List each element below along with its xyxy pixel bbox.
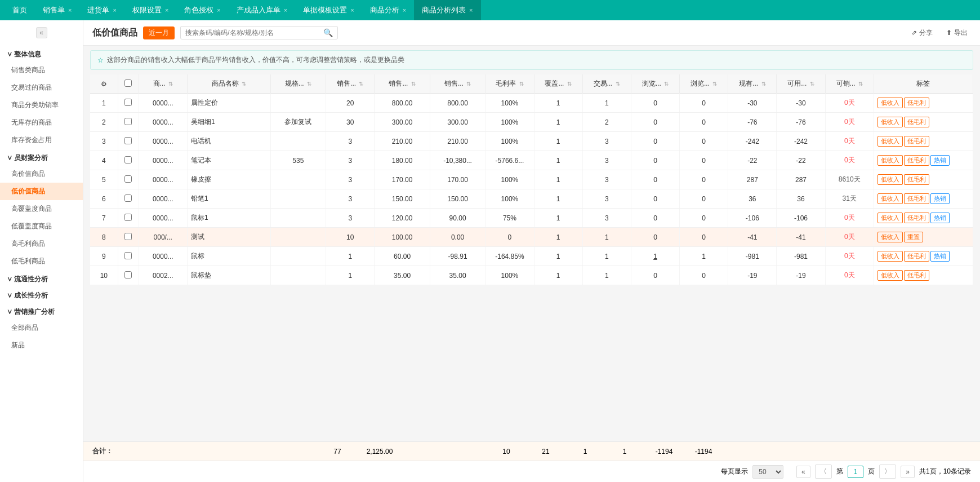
table-container[interactable]: ⚙ 商... ⇅ 商品名称 ⇅ 规格... ⇅ 销售... ⇅ 销售... ⇅ …: [90, 74, 973, 441]
sidebar-group-marketing[interactable]: ∨ 营销推广分析: [0, 303, 83, 319]
row-qty3: 35.00: [430, 266, 485, 285]
sidebar-item-all-products[interactable]: 全部商品: [0, 319, 83, 337]
row-sellable: 0天: [825, 94, 874, 113]
nav-purchase[interactable]: 进货单 ×: [79, 0, 124, 20]
per-page-select[interactable]: 50 100 200: [752, 465, 783, 479]
sidebar-group-growth[interactable]: ∨ 成长性分析: [0, 286, 83, 303]
current-page: 1: [848, 466, 864, 478]
nav-product-stock[interactable]: 产成品入库单 ×: [229, 0, 295, 20]
th-coverage[interactable]: 覆盖... ⇅: [534, 74, 582, 94]
page-title: 低价值商品: [92, 27, 137, 39]
sidebar-item-low-coverage[interactable]: 低覆盖度商品: [0, 218, 83, 235]
row-stock: -22: [728, 151, 777, 170]
sidebar-item-stock-capital[interactable]: 库存资金占用: [0, 131, 83, 149]
row-avail: -41: [777, 228, 825, 247]
th-gross-rate[interactable]: 毛利率 ⇅: [485, 74, 534, 94]
sidebar-item-high-value[interactable]: 高价值商品: [0, 165, 83, 183]
sidebar-item-category-assist[interactable]: 商品分类助销率: [0, 96, 83, 114]
th-browse2[interactable]: 浏览... ⇅: [680, 74, 728, 94]
sidebar-group-overall[interactable]: ∨ 整体信息: [0, 45, 83, 61]
sidebar-item-traded-products[interactable]: 交易过的商品: [0, 79, 83, 96]
nav-sales[interactable]: 销售单 ×: [35, 0, 79, 20]
close-role[interactable]: ×: [217, 7, 220, 14]
export-btn[interactable]: ⬆ 导出: [943, 26, 971, 39]
th-stock[interactable]: 现有... ⇅: [728, 74, 777, 94]
row-checkbox-cell[interactable]: [118, 247, 139, 266]
row-checkbox[interactable]: [124, 99, 132, 106]
th-sales2[interactable]: 销售... ⇅: [375, 74, 430, 94]
row-checkbox-cell[interactable]: [118, 94, 139, 113]
th-name[interactable]: 商品名称 ⇅: [187, 74, 270, 94]
th-sellable[interactable]: 可销... ⇅: [825, 74, 874, 94]
next-page-btn[interactable]: 〉: [879, 465, 896, 479]
row-checkbox-cell[interactable]: [118, 209, 139, 228]
row-checkbox-cell[interactable]: [118, 170, 139, 189]
nav-product-analysis-list[interactable]: 商品分析列表 ×: [414, 0, 480, 20]
th-code[interactable]: 商... ⇅: [139, 74, 187, 94]
th-trade[interactable]: 交易... ⇅: [582, 74, 631, 94]
settings-icon[interactable]: ⚙: [101, 80, 107, 88]
row-checkbox[interactable]: [124, 271, 132, 278]
prev-page-btn[interactable]: 〈: [815, 465, 832, 479]
th-sales3[interactable]: 销售... ⇅: [430, 74, 485, 94]
tag: 低收入: [877, 232, 903, 242]
sidebar-item-low-profit[interactable]: 低毛利商品: [0, 253, 83, 270]
row-checkbox-cell[interactable]: [118, 132, 139, 151]
nav-home[interactable]: 首页: [5, 0, 35, 20]
row-checkbox[interactable]: [124, 175, 132, 183]
sidebar-item-high-profit[interactable]: 高毛利商品: [0, 235, 83, 253]
sidebar-collapse-btn[interactable]: «: [36, 27, 47, 38]
row-browse1: 0: [631, 170, 679, 189]
th-settings[interactable]: ⚙: [90, 74, 118, 94]
select-all-checkbox[interactable]: [124, 79, 132, 87]
last-page-btn[interactable]: »: [901, 466, 915, 478]
row-qty2: 120.00: [375, 209, 430, 228]
sidebar-item-new-products[interactable]: 新品: [0, 337, 83, 354]
nav-product-analysis[interactable]: 商品分析 ×: [362, 0, 414, 20]
row-checkbox-cell[interactable]: [118, 228, 139, 247]
close-template[interactable]: ×: [350, 7, 354, 14]
row-checkbox-cell[interactable]: [118, 151, 139, 170]
close-purchase[interactable]: ×: [113, 7, 116, 14]
sidebar-item-low-value[interactable]: 低价值商品: [0, 183, 83, 200]
browse-link[interactable]: 1: [653, 253, 657, 260]
close-sales[interactable]: ×: [68, 7, 72, 14]
th-browse1[interactable]: 浏览... ⇅: [631, 74, 679, 94]
close-permission[interactable]: ×: [165, 7, 168, 14]
sidebar-item-no-stock[interactable]: 无库存的商品: [0, 114, 83, 131]
th-spec[interactable]: 规格... ⇅: [270, 74, 326, 94]
row-checkbox[interactable]: [124, 233, 132, 240]
row-checkbox[interactable]: [124, 194, 132, 202]
row-checkbox[interactable]: [124, 252, 132, 259]
row-browse2: 0: [680, 170, 728, 189]
close-product-analysis[interactable]: ×: [403, 7, 406, 14]
th-checkbox: [118, 74, 139, 94]
th-sales1[interactable]: 销售... ⇅: [326, 74, 375, 94]
sidebar-group-value[interactable]: ∨ 员财案分析: [0, 149, 83, 165]
share-btn[interactable]: ⇗ 分享: [908, 26, 936, 39]
row-checkbox[interactable]: [124, 137, 132, 144]
first-page-btn[interactable]: «: [796, 466, 810, 478]
filter-recent-month-btn[interactable]: 近一月: [143, 26, 175, 39]
nav-permission[interactable]: 权限设置 ×: [124, 0, 176, 20]
row-coverage: 1: [534, 209, 582, 228]
nav-role[interactable]: 角色授权 ×: [176, 0, 228, 20]
row-checkbox-cell[interactable]: [118, 266, 139, 285]
row-avail: 287: [777, 170, 825, 189]
sidebar-item-high-coverage[interactable]: 高覆盖度商品: [0, 200, 83, 218]
sidebar-group-circulation[interactable]: ∨ 流通性分析: [0, 270, 83, 286]
close-product-stock[interactable]: ×: [284, 7, 287, 14]
row-checkbox-cell[interactable]: [118, 113, 139, 132]
tag: 热销: [930, 155, 950, 166]
row-checkbox[interactable]: [124, 214, 132, 221]
search-input[interactable]: [185, 29, 323, 37]
row-checkbox[interactable]: [124, 156, 132, 163]
th-avail[interactable]: 可用... ⇅: [777, 74, 825, 94]
close-product-analysis-list[interactable]: ×: [469, 7, 473, 14]
row-checkbox[interactable]: [124, 118, 132, 125]
row-checkbox-cell[interactable]: [118, 189, 139, 209]
nav-template[interactable]: 单据模板设置 ×: [295, 0, 362, 20]
row-tags: 低收入低毛利: [874, 94, 973, 113]
sidebar-item-sales-products[interactable]: 销售类商品: [0, 61, 83, 79]
search-icon[interactable]: 🔍: [323, 28, 333, 37]
